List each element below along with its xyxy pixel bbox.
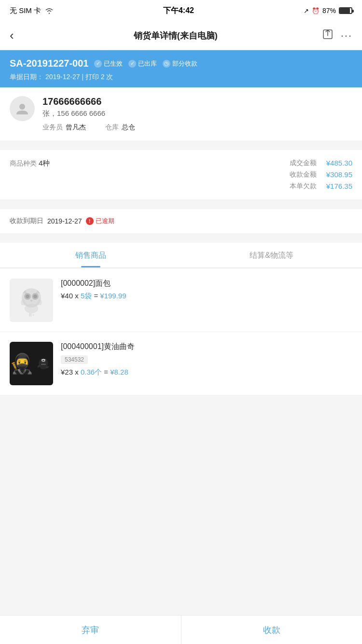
order-date: 2019-12-27	[45, 73, 80, 81]
bottom-spacer	[0, 395, 362, 429]
received-amount-value: ¥308.95	[326, 170, 352, 179]
customer-avatar	[10, 96, 35, 121]
order-number: SA-20191227-001	[10, 58, 88, 69]
svg-point-6	[33, 294, 37, 298]
salesperson-value: 曾凡杰	[66, 123, 86, 132]
due-amount-value: ¥176.35	[326, 182, 352, 191]
product-thumb-bread: 兽+	[10, 279, 53, 322]
product-types-label: 商品种类 4种	[10, 159, 50, 168]
cookie-price: ¥23	[61, 368, 73, 376]
battery-percent: 87%	[322, 7, 336, 14]
product-name-cookie: [000400001]黄油曲奇	[61, 342, 352, 352]
bread-price: ¥40	[61, 292, 73, 300]
divider-1	[0, 140, 362, 145]
cookie-total: ¥8.28	[110, 368, 128, 376]
list-item: [000400001]黄油曲奇 534532 ¥23 x 0.36个 = ¥8.…	[0, 332, 362, 395]
overdue-badge: ! 已逾期	[86, 217, 114, 225]
customer-phone-name: 17666666666	[42, 96, 352, 107]
tabs-container: 销售商品 结算&物流等	[0, 243, 362, 268]
svg-point-17	[44, 360, 45, 361]
page-title: 销货单详情(来自电脑)	[29, 30, 322, 42]
back-button[interactable]: ‹	[10, 28, 29, 43]
svg-text:兽+: 兽+	[28, 313, 35, 317]
cancel-audit-button[interactable]: 弃审	[0, 616, 181, 644]
bottom-bar: 弃审 收款	[0, 615, 362, 644]
svg-point-16	[42, 360, 42, 361]
svg-point-1	[19, 104, 25, 110]
carrier-label: 无 SIM 卡	[10, 6, 41, 15]
cookie-qty: 0.36个	[81, 368, 102, 376]
product-types-block: 商品种类 4种	[10, 159, 50, 168]
amounts-section: 商品种类 4种 成交金额 ¥485.30 收款金额 ¥308.95 本单欠款 ¥…	[0, 150, 362, 199]
received-amount-row: 收款金额 ¥308.95	[290, 170, 352, 179]
svg-point-5	[26, 294, 29, 298]
battery-icon	[339, 7, 352, 14]
product-price-cookie: ¥23 x 0.36个 = ¥8.28	[61, 368, 352, 377]
tab-sales-label: 销售商品	[75, 251, 106, 259]
product-details-bread: [0000002]面包 ¥40 x 5袋 = ¥199.99	[61, 279, 352, 301]
svg-rect-19	[41, 364, 46, 365]
warehouse-value: 总仓	[122, 123, 135, 132]
badge-shipped: ✓ 已出库	[128, 59, 157, 68]
cancel-audit-label: 弃审	[82, 624, 99, 636]
location-icon: ↗	[304, 7, 309, 14]
check-icon-1: ✓	[94, 60, 102, 68]
header-banner: SA-20191227-001 ✓ 已生效 ✓ 已出库 ◷ 部分收款 单据日期：…	[0, 50, 362, 87]
tab-sales-products[interactable]: 销售商品	[0, 243, 181, 267]
order-row: SA-20191227-001 ✓ 已生效 ✓ 已出库 ◷ 部分收款	[10, 58, 352, 69]
product-thumb-cookie	[10, 342, 53, 385]
person-icon	[14, 101, 30, 116]
nav-actions: ···	[322, 29, 352, 42]
deal-amount-label: 成交金额	[290, 159, 317, 168]
deal-amount-row: 成交金额 ¥485.30	[290, 159, 352, 168]
salesperson-label: 业务员	[42, 123, 63, 132]
tabs: 销售商品 结算&物流等	[0, 243, 362, 267]
owl-icon: 兽+	[14, 283, 48, 317]
customer-meta: 业务员 曾凡杰 仓库 总仓	[42, 123, 352, 132]
customer-contact: 张，156 6666 6666	[42, 109, 352, 118]
divider-2	[0, 199, 362, 204]
status-right: ↗ ⏰ 87%	[304, 7, 352, 14]
tab-settlement-label: 结算&物流等	[250, 251, 293, 259]
product-types-count: 4种	[39, 159, 50, 167]
overdue-text: 已逾期	[96, 217, 114, 225]
bread-total: ¥199.99	[100, 292, 126, 300]
share-icon[interactable]	[322, 29, 333, 42]
payment-button[interactable]: 收款	[181, 616, 362, 644]
status-bar: 无 SIM 卡 下午4:42 ↗ ⏰ 87%	[0, 0, 362, 21]
alarm-icon: ⏰	[312, 7, 320, 14]
product-list: 兽+ [0000002]面包 ¥40 x 5袋 = ¥199.99	[0, 269, 362, 395]
due-amount-row: 本单欠款 ¥176.35	[290, 182, 352, 191]
received-amount-label: 收款金额	[290, 170, 317, 179]
clock-icon: ◷	[163, 60, 170, 68]
nav-bar: ‹ 销货单详情(来自电脑) ···	[0, 21, 362, 50]
divider-3	[0, 233, 362, 238]
more-icon[interactable]: ···	[341, 29, 352, 42]
product-price-bread: ¥40 x 5袋 = ¥199.99	[61, 292, 352, 301]
tab-settlement[interactable]: 结算&物流等	[181, 243, 362, 267]
check-icon-2: ✓	[128, 60, 136, 68]
status-time: 下午4:42	[163, 6, 194, 16]
wifi-icon	[45, 7, 54, 14]
product-name-bread: [0000002]面包	[61, 279, 352, 289]
amounts-right: 成交金额 ¥485.30 收款金额 ¥308.95 本单欠款 ¥176.35	[290, 159, 352, 191]
list-item: 兽+ [0000002]面包 ¥40 x 5袋 = ¥199.99	[0, 269, 362, 332]
customer-info: 17666666666 张，156 6666 6666 业务员 曾凡杰 仓库 总…	[42, 96, 352, 132]
cookie-product-image	[34, 342, 53, 385]
due-amount-label: 本单欠款	[290, 182, 317, 191]
print-info: | 打印 2 次	[82, 73, 113, 81]
warehouse-item: 仓库 总仓	[105, 123, 135, 132]
order-date-row: 单据日期： 2019-12-27 | 打印 2 次	[10, 73, 352, 82]
warehouse-label: 仓库	[105, 123, 119, 132]
customer-section: 17666666666 张，156 6666 6666 业务员 曾凡杰 仓库 总…	[0, 87, 362, 140]
status-left: 无 SIM 卡	[10, 6, 54, 15]
bread-qty: 5袋	[81, 292, 92, 300]
product-details-cookie: [000400001]黄油曲奇 534532 ¥23 x 0.36个 = ¥8.…	[61, 342, 352, 377]
badge-partial: ◷ 部分收款	[163, 59, 197, 68]
date-label: 单据日期：	[10, 73, 43, 81]
due-date-section: 收款到期日 2019-12-27 ! 已逾期	[0, 209, 362, 233]
overdue-icon: !	[86, 217, 94, 225]
payment-label: 收款	[263, 624, 280, 636]
product-sku-cookie: 534532	[61, 355, 88, 364]
badge-effective: ✓ 已生效	[94, 59, 123, 68]
